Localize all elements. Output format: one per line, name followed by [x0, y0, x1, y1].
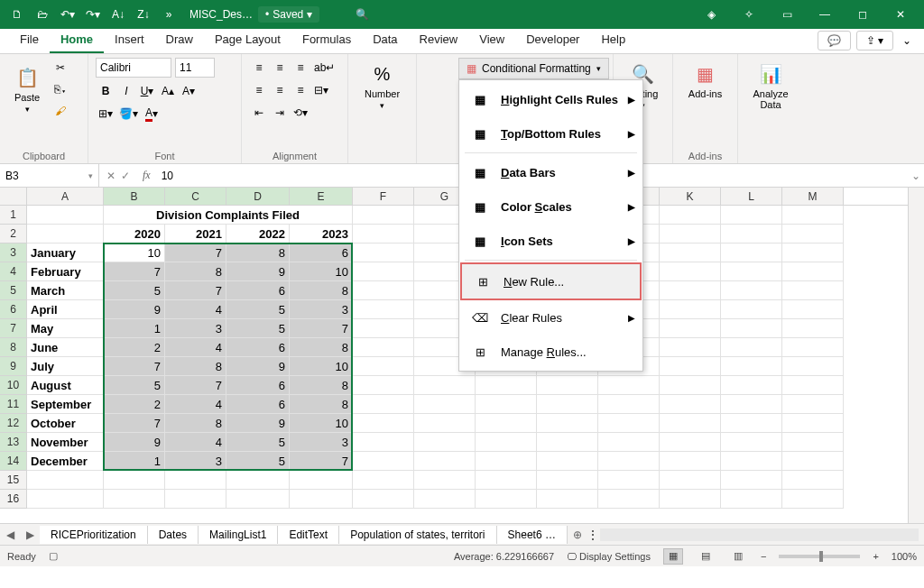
cell[interactable]: [782, 471, 844, 490]
cell[interactable]: [721, 452, 782, 471]
cell[interactable]: [414, 395, 476, 414]
sheet-nav-prev[interactable]: ◀: [0, 528, 20, 541]
cell[interactable]: 4: [165, 433, 226, 452]
cell[interactable]: [782, 395, 844, 414]
cell[interactable]: [165, 471, 226, 490]
cell[interactable]: [476, 471, 537, 490]
cell[interactable]: [353, 452, 414, 471]
search-icon[interactable]: 🔍: [346, 3, 377, 26]
cell[interactable]: [414, 490, 476, 509]
cell[interactable]: 8: [290, 281, 353, 300]
undo-icon[interactable]: ↶▾: [56, 3, 79, 26]
sort-desc-icon[interactable]: Z↓: [132, 3, 155, 26]
cell[interactable]: [782, 338, 844, 357]
cut-icon[interactable]: ✂: [51, 58, 70, 78]
sort-asc-icon[interactable]: A↓: [106, 3, 130, 26]
cell[interactable]: 5: [226, 433, 290, 452]
sheet-tab[interactable]: Population of states, territori: [339, 526, 496, 544]
cell[interactable]: [782, 319, 844, 338]
cell[interactable]: [353, 319, 414, 338]
cell[interactable]: [414, 471, 476, 490]
cell[interactable]: [353, 300, 414, 319]
tab-formulas[interactable]: Formulas: [291, 28, 362, 53]
cell[interactable]: [660, 452, 721, 471]
row-header[interactable]: 1: [0, 206, 26, 225]
cell[interactable]: [537, 452, 598, 471]
cell[interactable]: [414, 376, 476, 395]
row-header[interactable]: 15: [0, 471, 26, 490]
cell[interactable]: [660, 338, 721, 357]
cell[interactable]: March: [27, 281, 104, 300]
cell[interactable]: [537, 490, 598, 509]
cell[interactable]: 2: [104, 395, 165, 414]
fx-icon[interactable]: fx: [137, 169, 156, 182]
wand-icon[interactable]: ✧: [731, 3, 767, 26]
row-header[interactable]: 7: [0, 319, 26, 338]
cell[interactable]: [537, 414, 598, 433]
cell[interactable]: January: [27, 243, 104, 262]
cell[interactable]: [353, 471, 414, 490]
copy-icon[interactable]: ⎘▾: [51, 79, 70, 99]
cell[interactable]: [660, 395, 721, 414]
font-color-icon[interactable]: A▾: [142, 104, 162, 124]
tab-review[interactable]: Review: [409, 28, 469, 53]
increase-font-icon[interactable]: A▴: [158, 81, 178, 101]
cell[interactable]: 6: [290, 243, 353, 262]
view-pagebreak-icon[interactable]: ▥: [728, 548, 748, 565]
cell[interactable]: 7: [165, 243, 226, 262]
cell[interactable]: 2: [104, 338, 165, 357]
cell[interactable]: [721, 490, 782, 509]
conditional-formatting-button[interactable]: ▦ Conditional Formatting ▾: [458, 58, 609, 79]
cell[interactable]: [353, 357, 414, 376]
cell[interactable]: [660, 300, 721, 319]
cell[interactable]: 10: [290, 262, 353, 281]
cell[interactable]: [598, 376, 660, 395]
col-header[interactable]: L: [721, 188, 782, 205]
row-header[interactable]: 11: [0, 395, 26, 414]
zoom-slider[interactable]: [779, 555, 860, 558]
cell[interactable]: 8: [165, 357, 226, 376]
cell[interactable]: [476, 490, 537, 509]
cell[interactable]: [782, 262, 844, 281]
cell[interactable]: 8: [290, 376, 353, 395]
cell[interactable]: October: [27, 414, 104, 433]
row-header[interactable]: 13: [0, 433, 26, 452]
row-header[interactable]: 6: [0, 300, 26, 319]
select-all-corner[interactable]: [0, 188, 27, 206]
cell[interactable]: [782, 243, 844, 262]
cell[interactable]: [660, 319, 721, 338]
cell[interactable]: 8: [290, 395, 353, 414]
cell[interactable]: September: [27, 395, 104, 414]
expand-formula-icon[interactable]: ⌄: [908, 170, 924, 182]
cell[interactable]: [721, 319, 782, 338]
cell[interactable]: 8: [165, 414, 226, 433]
cell[interactable]: [598, 433, 660, 452]
cell[interactable]: [353, 206, 414, 225]
cell[interactable]: 7: [104, 414, 165, 433]
saved-indicator[interactable]: • Saved ▾: [258, 6, 319, 23]
row-header[interactable]: 2: [0, 225, 26, 243]
share-button[interactable]: ⇪ ▾: [856, 31, 893, 51]
col-header[interactable]: A: [27, 188, 104, 205]
align-top-icon[interactable]: ≡: [249, 58, 269, 78]
macro-record-icon[interactable]: ▢: [49, 550, 58, 562]
col-header[interactable]: E: [290, 188, 353, 205]
ribbon-display-icon[interactable]: ▭: [769, 3, 805, 26]
fill-color-icon[interactable]: 🪣▾: [116, 104, 141, 124]
cell[interactable]: [782, 206, 844, 225]
cell[interactable]: 10: [290, 414, 353, 433]
cancel-formula-icon[interactable]: ✕: [106, 170, 116, 182]
cell[interactable]: 6: [226, 281, 290, 300]
cell[interactable]: December: [27, 452, 104, 471]
cell[interactable]: [414, 452, 476, 471]
cell[interactable]: 2023: [290, 225, 353, 243]
name-box[interactable]: B3▾: [0, 164, 99, 187]
cell[interactable]: [104, 490, 165, 509]
cf-top-bottom[interactable]: ▦ Top/Bottom Rules▶: [459, 116, 642, 151]
cell[interactable]: 1: [104, 452, 165, 471]
font-name-select[interactable]: [96, 58, 171, 78]
cell[interactable]: 6: [226, 376, 290, 395]
cell[interactable]: [476, 395, 537, 414]
tab-data[interactable]: Data: [362, 28, 408, 53]
cell[interactable]: [476, 376, 537, 395]
